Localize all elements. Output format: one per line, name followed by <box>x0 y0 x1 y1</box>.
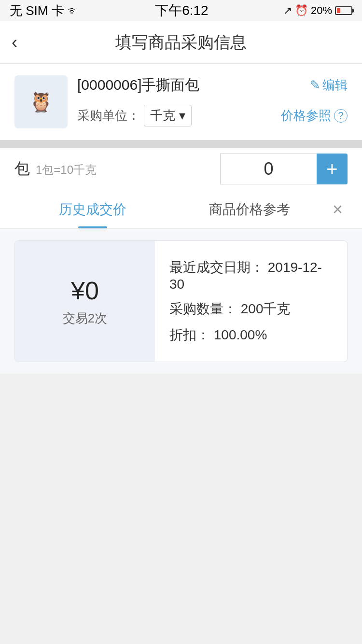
product-card: 🦉 [0000006]手撕面包 ✎ 编辑 采购单位： 千克 ▾ <box>0 64 362 140</box>
tab-history-price[interactable]: 历史成交价 <box>14 190 171 228</box>
product-thumbnail: 🦉 <box>14 75 68 128</box>
purchase-qty-row: 采购数量： 200千克 <box>169 300 333 318</box>
edit-icon: ✎ <box>310 78 320 93</box>
quantity-unit: 包 <box>14 158 30 180</box>
discount-row: 折扣： 100.00% <box>169 326 333 344</box>
edit-label: 编辑 <box>322 77 348 94</box>
tab-product-label: 商品价格参考 <box>209 200 290 219</box>
close-panel-button[interactable]: × <box>328 199 348 220</box>
history-card: ¥0 交易2次 最近成交日期： 2019-12-30 采购数量： 200千克 折… <box>14 240 348 362</box>
status-right: ↗ ⏰ 20% <box>283 4 352 17</box>
nav-bar: ‹ 填写商品采购信息 <box>0 21 362 64</box>
unit-conversion: 1包=10千克 <box>36 162 97 178</box>
back-button[interactable]: ‹ <box>12 32 17 53</box>
history-detail-area: 最近成交日期： 2019-12-30 采购数量： 200千克 折扣： 100.0… <box>155 241 347 362</box>
panel-tabs: 历史成交价 商品价格参考 × <box>0 190 362 229</box>
tab-product-price[interactable]: 商品价格参考 <box>171 190 327 228</box>
price-reference-button[interactable]: 价格参照 ? <box>281 107 348 124</box>
history-price-area: ¥0 交易2次 <box>15 241 155 362</box>
location-icon: ↗ <box>283 4 292 17</box>
recent-date-label: 最近成交日期： <box>169 260 264 275</box>
product-image-placeholder: 🦉 <box>29 91 53 113</box>
recent-date-row: 最近成交日期： 2019-12-30 <box>169 258 333 292</box>
section-divider <box>0 140 362 148</box>
panel-content: ¥0 交易2次 最近成交日期： 2019-12-30 采购数量： 200千克 折… <box>0 229 362 374</box>
product-info: [0000006]手撕面包 ✎ 编辑 采购单位： 千克 ▾ 价格参照 ? <box>77 75 348 126</box>
unit-label: 采购单位： <box>77 107 140 124</box>
battery-icon <box>335 6 352 15</box>
alarm-icon: ⏰ <box>295 4 308 17</box>
unit-select[interactable]: 千克 ▾ <box>144 105 192 126</box>
discount-label: 折扣： <box>169 327 210 342</box>
tab-active-indicator <box>78 226 107 228</box>
quantity-row: 包 1包=10千克 + <box>0 148 362 190</box>
tab-history-label: 历史成交价 <box>59 200 126 219</box>
edit-button[interactable]: ✎ 编辑 <box>310 77 348 94</box>
selected-unit-text: 千克 <box>150 107 175 124</box>
status-time: 下午6:12 <box>155 1 209 20</box>
history-trades-count: 交易2次 <box>63 310 107 327</box>
sim-status: 无 SIM 卡 ᯤ <box>10 2 80 19</box>
status-left: 无 SIM 卡 ᯤ <box>10 2 80 19</box>
dropdown-icon: ▾ <box>179 108 185 123</box>
purchase-qty-label: 采购数量： <box>169 301 237 316</box>
quantity-plus-button[interactable]: + <box>317 154 348 184</box>
history-price-value: ¥0 <box>71 276 99 305</box>
price-ref-label: 价格参照 <box>281 107 331 124</box>
help-icon: ? <box>334 109 348 123</box>
page-title: 填写商品采购信息 <box>115 31 247 54</box>
status-bar: 无 SIM 卡 ᯤ 下午6:12 ↗ ⏰ 20% <box>0 0 362 21</box>
product-name: [0000006]手撕面包 <box>77 75 199 95</box>
discount-value: 100.00% <box>214 327 267 342</box>
purchase-qty-value: 200千克 <box>241 301 291 316</box>
battery-percentage: 20% <box>311 4 332 17</box>
quantity-input[interactable] <box>220 154 317 184</box>
